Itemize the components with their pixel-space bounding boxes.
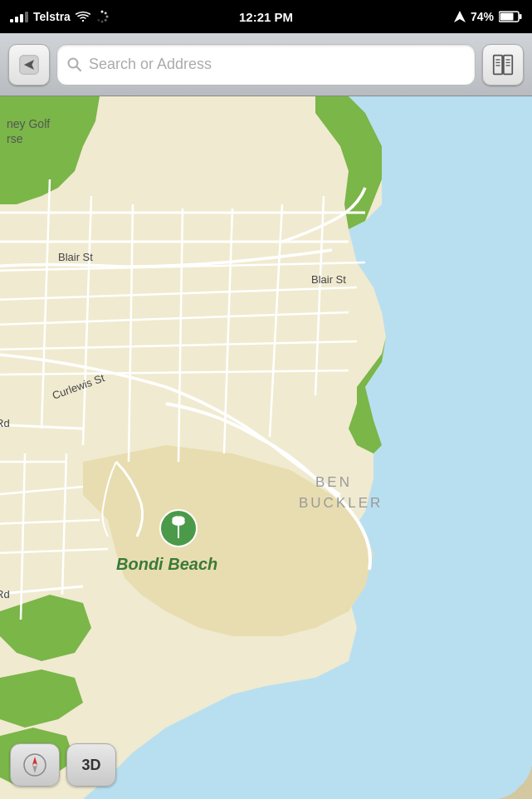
map-svg: ney Golf rse Blair St Blair St Curlewis … [0,96,532,799]
battery-icon [499,11,522,22]
search-bar[interactable]: Search or Address [56,44,476,86]
location-icon [454,11,466,22]
compass-icon [23,753,46,777]
svg-rect-9 [500,13,514,21]
svg-rect-14 [504,55,512,74]
svg-point-0 [100,11,103,13]
search-icon [67,57,82,72]
svg-point-4 [100,21,103,23]
svg-text:Blair St: Blair St [58,251,93,263]
svg-line-12 [76,66,81,71]
bottom-bar: 3D [0,739,532,799]
wifi-icon [76,11,90,22]
svg-point-1 [105,12,107,14]
bookmark-button[interactable] [482,44,524,86]
map-area[interactable]: ney Golf rse Blair St Blair St Curlewis … [0,96,532,799]
compass-button[interactable] [10,743,60,787]
battery-label: 74% [471,10,494,23]
svg-point-2 [105,16,108,18]
svg-text:ney Golf: ney Golf [7,117,50,130]
svg-text:rse: rse [7,132,23,145]
svg-marker-62 [32,765,37,773]
svg-point-5 [97,19,100,22]
svg-text:Rd: Rd [0,588,10,600]
signal-bars [10,12,28,22]
status-left: Telstra [10,10,109,23]
svg-rect-8 [520,14,522,19]
three-d-button[interactable]: 3D [66,743,116,787]
search-placeholder: Search or Address [89,56,212,73]
loading-icon [95,10,109,23]
page-curl [482,749,532,799]
svg-text:Blair St: Blair St [311,273,346,286]
status-bar: Telstra 12:21 PM 74% [0,0,532,33]
svg-rect-13 [494,55,502,74]
carrier-label: Telstra [33,10,71,23]
svg-point-3 [105,19,107,22]
status-time: 12:21 PM [239,10,293,24]
svg-text:BUCKLER: BUCKLER [299,495,383,511]
three-d-label: 3D [81,757,100,774]
svg-text:Rd: Rd [0,417,10,429]
svg-text:Bondi Beach: Bondi Beach [116,555,217,573]
back-button[interactable] [8,44,50,86]
status-right: 74% [454,10,522,23]
svg-marker-61 [32,757,37,765]
toolbar: Search or Address [0,33,532,96]
svg-text:BEN: BEN [315,474,352,490]
svg-marker-6 [454,11,466,22]
